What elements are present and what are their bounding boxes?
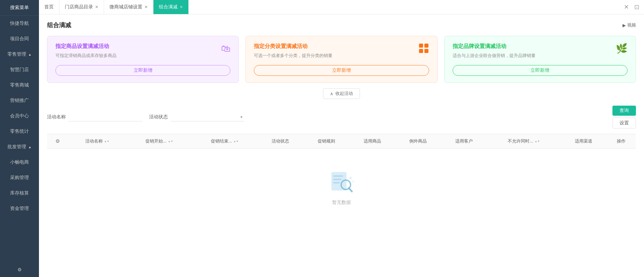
empty-state: 暂无数据 [47,149,636,219]
sidebar-item-xiaochang-ecom[interactable]: 小畅电商 [0,155,39,170]
sort-icon-promo-start[interactable]: ▲▼ [168,140,173,143]
svg-rect-5 [333,175,343,177]
sidebar-item-marketing[interactable]: 营销推广 [0,93,39,108]
page-title: 组合满减 [47,21,71,29]
collapse-bar: ∧ 收起活动 [47,88,636,99]
gear-icon[interactable]: ⚙ [55,138,60,144]
tab-bar: 首页 门店商品目录 ✕ 微商城店铺设置 ✕ 组合满减 ✕ ✕ ⊡ [39,0,644,14]
filter-name-label: 活动名称 [47,114,66,120]
video-link[interactable]: ▶ 视频 [623,22,636,28]
tab-combo-discount[interactable]: 组合满减 ✕ [153,0,189,14]
sidebar-item-inventory-check[interactable]: 库存核算 [0,185,39,201]
sidebar: 搜索菜单 快捷导航 项目合同 零售管理 ▲ 智慧门店 零售商城 营销推广 会员中… [0,0,39,277]
brand-card-title: 指定品牌设置满减活动 [453,43,628,50]
filter-status-select-wrap: ▾ [171,113,244,121]
sidebar-item-retail-stats[interactable]: 零售统计 [0,124,39,139]
tab-close-combo-discount[interactable]: ✕ [180,5,183,9]
svg-rect-3 [424,49,428,53]
window-close-btn[interactable]: ✕ [623,2,630,12]
svg-rect-1 [424,44,428,48]
tab-close-store-catalog[interactable]: ✕ [95,5,98,9]
product-card-add-btn[interactable]: 立即新增 [55,65,230,76]
table-wrap: ⚙ 活动名称 ▲▼ 促销开始... ▲▼ [47,134,636,219]
category-card-add-btn[interactable]: 立即新增 [254,65,429,76]
main-area: 首页 门店商品目录 ✕ 微商城店铺设置 ✕ 组合满减 ✕ ✕ ⊡ 组合满减 ▶ … [39,0,644,277]
sidebar-item-fund-mgmt[interactable]: 资金管理 [0,201,39,216]
th-no-concurrent: 不允许同时... ▲▼ [487,134,561,149]
tab-store-catalog[interactable]: 门店商品目录 ✕ [59,0,104,14]
th-promo-start: 促销开始... ▲▼ [127,134,192,149]
product-card-title: 指定商品设置满减活动 [55,43,230,50]
sidebar-item-wholesale-mgmt[interactable]: 批发管理 ▲ [0,139,39,155]
svg-rect-2 [419,49,423,53]
sidebar-item-quick-nav[interactable]: 快捷导航 [0,16,39,31]
query-button[interactable]: 查询 [612,106,636,116]
filter-row: 活动名称 活动状态 ▾ 查询 设置 [47,106,636,128]
sidebar-item-purchase-mgmt[interactable]: 采购管理 [0,170,39,185]
svg-point-11 [353,181,354,182]
filter-status-select[interactable] [171,113,244,121]
product-card-desc: 可指定滞销商品或库存较多商品 [55,53,230,59]
play-circle-icon: ▶ [623,23,626,28]
svg-rect-0 [419,44,423,48]
filter-actions: 查询 设置 [612,106,636,128]
category-card-title: 指定分类设置满减活动 [254,43,429,50]
empty-text: 暂无数据 [54,200,629,206]
th-promo-rule: 促销规则 [304,134,350,149]
setting-button[interactable]: 设置 [612,118,636,128]
category-card-desc: 可选一个或者多个分类，提升分类的销量 [254,53,429,59]
category-card-icon [418,43,429,56]
sidebar-search-menu[interactable]: 搜索菜单 [0,0,39,16]
brand-card-desc: 适合与上游企业联合做营销，提升品牌销量 [453,53,628,59]
activity-table: ⚙ 活动名称 ▲▼ 促销开始... ▲▼ [47,134,636,219]
category-card: 指定分类设置满减活动 可选一个或者多个分类，提升分类的销量 立即新增 [245,36,437,83]
product-card-icon: 🛍 [221,43,230,54]
sidebar-item-retail-mgmt[interactable]: 零售管理 ▲ [0,47,39,62]
filter-status-label: 活动状态 [149,114,168,120]
page-content: 组合满减 ▶ 视频 指定商品设置满减活动 可指定滞销商品或库存较多商品 🛍 立即… [39,14,644,277]
th-operation: 操作 [607,134,636,149]
tab-bar-controls: ✕ ⊡ [623,2,644,12]
th-settings[interactable]: ⚙ [47,134,68,149]
cards-row: 指定商品设置满减活动 可指定滞销商品或库存较多商品 🛍 立即新增 指定分类设置满… [47,36,636,83]
brand-card: 指定品牌设置满减活动 适合与上游企业联合做营销，提升品牌销量 🌿 立即新增 [444,36,636,83]
tab-wechat-store-settings[interactable]: 微商城店铺设置 ✕ [104,0,153,14]
tab-close-wechat-store[interactable]: ✕ [144,5,148,9]
svg-rect-4 [331,172,347,190]
sort-icon-no-concurrent[interactable]: ▲▼ [535,140,540,143]
th-activity-name: 活动名称 ▲▼ [68,134,127,149]
sidebar-item-project-contract[interactable]: 项目合同 [0,31,39,47]
filter-status: 活动状态 ▾ [149,113,244,121]
sidebar-item-member-center[interactable]: 会员中心 [0,108,39,124]
th-applicable-channel: 适用渠道 [561,134,607,149]
sidebar-item-retail-mall[interactable]: 零售商城 [0,77,39,93]
svg-rect-6 [333,179,341,180]
window-resize-btn[interactable]: ⊡ [633,2,641,12]
brand-card-icon: 🌿 [616,43,628,54]
empty-illustration [326,169,357,196]
th-activity-status: 活动状态 [258,134,304,149]
chevron-up-icon: ∧ [330,91,333,96]
sidebar-item-smart-store[interactable]: 智慧门店 [0,62,39,77]
tab-home[interactable]: 首页 [39,0,59,14]
collapse-activity-btn[interactable]: ∧ 收起活动 [323,88,360,99]
th-applicable-goods: 适用商品 [349,134,395,149]
filter-name: 活动名称 [47,113,142,121]
th-promo-end: 促销结束... ▲▼ [192,134,258,149]
sidebar-settings-icon[interactable]: ⚙ [0,262,39,277]
product-card: 指定商品设置满减活动 可指定滞销商品或库存较多商品 🛍 立即新增 [47,36,239,83]
sort-icon-activity-name[interactable]: ▲▼ [104,140,109,143]
svg-rect-7 [333,182,340,183]
wholesale-mgmt-arrow: ▲ [28,145,32,149]
filter-name-input[interactable] [68,113,142,121]
th-excluded-goods: 例外商品 [395,134,441,149]
th-applicable-customer: 适用客户 [441,134,487,149]
sort-icon-promo-end[interactable]: ▲▼ [233,140,239,143]
page-header: 组合满减 ▶ 视频 [47,21,636,29]
retail-mgmt-arrow: ▲ [28,53,32,56]
brand-card-add-btn[interactable]: 立即新增 [453,65,628,76]
svg-line-9 [349,188,352,191]
svg-point-10 [350,177,352,179]
